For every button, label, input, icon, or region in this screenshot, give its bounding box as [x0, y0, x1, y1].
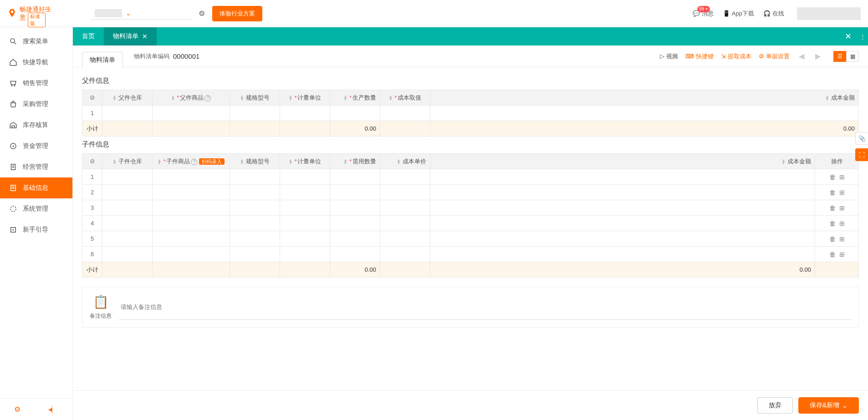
col-parent-cost-amount[interactable]: ▲▼成本金额: [430, 90, 859, 106]
app-download-button[interactable]: 📱 App下载: [723, 10, 754, 18]
sidebar-item-operation[interactable]: 经营管理: [0, 157, 72, 177]
cell[interactable]: [102, 231, 153, 247]
col-parent-warehouse[interactable]: ▲▼父件仓库: [102, 90, 153, 106]
page-title-tab[interactable]: 物料清单: [82, 52, 123, 68]
cell[interactable]: [380, 200, 430, 216]
cell[interactable]: [430, 200, 815, 216]
info-icon[interactable]: ?: [204, 95, 211, 101]
cell[interactable]: [330, 200, 380, 216]
cell[interactable]: [102, 247, 153, 262]
cell[interactable]: [330, 185, 380, 200]
child-row[interactable]: 4🗑⊞: [82, 216, 859, 231]
settings-gear-icon[interactable]: ⚙: [199, 9, 205, 18]
cell[interactable]: [102, 106, 153, 121]
messages-button[interactable]: 💬 消息 99 +: [693, 10, 714, 18]
extract-cost-button[interactable]: ⇲ 提取成本: [721, 52, 751, 61]
view-list-icon[interactable]: ☰: [833, 51, 846, 62]
next-record-icon[interactable]: ▶: [813, 52, 822, 61]
cell[interactable]: [230, 169, 280, 185]
delete-row-icon[interactable]: 🗑: [829, 204, 836, 212]
sidebar-collapse-icon[interactable]: ◂⎸: [48, 405, 58, 414]
org-selector[interactable]: ⌄: [91, 7, 191, 20]
cell[interactable]: [230, 216, 280, 231]
delete-row-icon[interactable]: 🗑: [829, 220, 836, 227]
cell[interactable]: [380, 169, 430, 185]
save-new-button[interactable]: 保存&新增 ⌄: [798, 397, 859, 414]
delete-row-icon[interactable]: 🗑: [829, 235, 836, 243]
cell[interactable]: [430, 185, 815, 200]
cell[interactable]: [330, 169, 380, 185]
col-parent-unit[interactable]: ▲▼*计量单位: [280, 90, 330, 106]
gear-column-header[interactable]: ⚙: [82, 154, 102, 169]
col-parent-spec[interactable]: ▲▼规格型号: [230, 90, 280, 106]
col-parent-product[interactable]: ▲▼*父件商品?: [153, 90, 230, 106]
cell[interactable]: [230, 185, 280, 200]
child-row[interactable]: 6🗑⊞: [82, 247, 859, 262]
discard-button[interactable]: 放弃: [757, 397, 793, 414]
cell[interactable]: [280, 200, 330, 216]
tab-bom[interactable]: 物料清单 ✕: [104, 27, 157, 46]
cell[interactable]: [153, 169, 230, 185]
sidebar-item-quicknav[interactable]: 快捷导航: [0, 52, 72, 73]
cell[interactable]: [330, 106, 380, 121]
col-child-spec[interactable]: ▲▼规格型号: [230, 154, 280, 169]
cell[interactable]: [102, 200, 153, 216]
online-support-button[interactable]: 🎧 在线: [763, 10, 784, 18]
cell[interactable]: [380, 185, 430, 200]
video-button[interactable]: ▷ 视频: [660, 52, 678, 61]
close-all-tabs-icon[interactable]: ✕: [839, 27, 857, 46]
info-icon[interactable]: ?: [191, 159, 197, 165]
cell[interactable]: [230, 106, 280, 121]
delete-row-icon[interactable]: 🗑: [829, 173, 836, 181]
col-child-product[interactable]: ▲▼*子件商品?扫码录入: [153, 154, 230, 169]
cell[interactable]: [380, 247, 430, 262]
cell[interactable]: [430, 216, 815, 231]
cell[interactable]: [330, 216, 380, 231]
cell[interactable]: [430, 247, 815, 262]
sidebar-item-sales[interactable]: 销售管理: [0, 73, 72, 94]
col-child-need-qty[interactable]: ▲▼*需用数量: [330, 154, 380, 169]
sidebar-item-inventory[interactable]: 库存核算: [0, 115, 72, 136]
cell[interactable]: [430, 169, 815, 185]
cell[interactable]: [380, 216, 430, 231]
sidebar-settings-icon[interactable]: ⚙: [14, 405, 20, 414]
sidebar-item-purchase[interactable]: 采购管理: [0, 94, 72, 115]
cell[interactable]: [430, 106, 859, 121]
cell[interactable]: [153, 216, 230, 231]
cell[interactable]: [380, 106, 430, 121]
col-child-unit[interactable]: ▲▼*计量单位: [280, 154, 330, 169]
cell[interactable]: [153, 106, 230, 121]
cell[interactable]: [280, 216, 330, 231]
add-row-icon[interactable]: ⊞: [839, 204, 845, 212]
cell[interactable]: [102, 185, 153, 200]
delete-row-icon[interactable]: 🗑: [829, 189, 836, 196]
cell[interactable]: [430, 231, 815, 247]
doc-settings-button[interactable]: ⚙ 单据设置: [759, 52, 790, 61]
sidebar-item-search[interactable]: 搜索菜单: [0, 31, 72, 52]
cell[interactable]: [153, 185, 230, 200]
sidebar-item-basic-info[interactable]: 基础信息: [0, 177, 72, 198]
delete-row-icon[interactable]: 🗑: [829, 251, 836, 258]
scan-input-badge[interactable]: 扫码录入: [199, 158, 225, 165]
cell[interactable]: [102, 216, 153, 231]
col-parent-cost-method[interactable]: ▲▼*成本取值: [380, 90, 430, 106]
cell[interactable]: [230, 200, 280, 216]
cell[interactable]: [230, 247, 280, 262]
content-scroll[interactable]: 父件信息 ⚙ ▲▼父件仓库 ▲▼*父件商品? ▲▼规格型号 ▲▼*计量单位 ▲▼…: [73, 67, 868, 390]
view-grid-icon[interactable]: ▦: [846, 51, 859, 62]
cell[interactable]: [102, 169, 153, 185]
close-icon[interactable]: ✕: [142, 33, 148, 40]
gear-column-header[interactable]: ⚙: [82, 90, 102, 106]
add-row-icon[interactable]: ⊞: [839, 173, 845, 181]
cell[interactable]: [153, 231, 230, 247]
promo-button[interactable]: 体验行业方案: [212, 6, 262, 21]
child-row[interactable]: 3🗑⊞: [82, 200, 859, 216]
cell[interactable]: [330, 231, 380, 247]
add-row-icon[interactable]: ⊞: [839, 220, 845, 227]
col-child-unit-cost[interactable]: ▲▼成本单价: [380, 154, 430, 169]
sidebar-item-funds[interactable]: ¥ 资金管理: [0, 136, 72, 157]
add-row-icon[interactable]: ⊞: [839, 235, 845, 243]
fullscreen-icon[interactable]: ⛶: [855, 148, 868, 161]
col-child-warehouse[interactable]: ▲▼子件仓库: [102, 154, 153, 169]
cell[interactable]: [380, 231, 430, 247]
